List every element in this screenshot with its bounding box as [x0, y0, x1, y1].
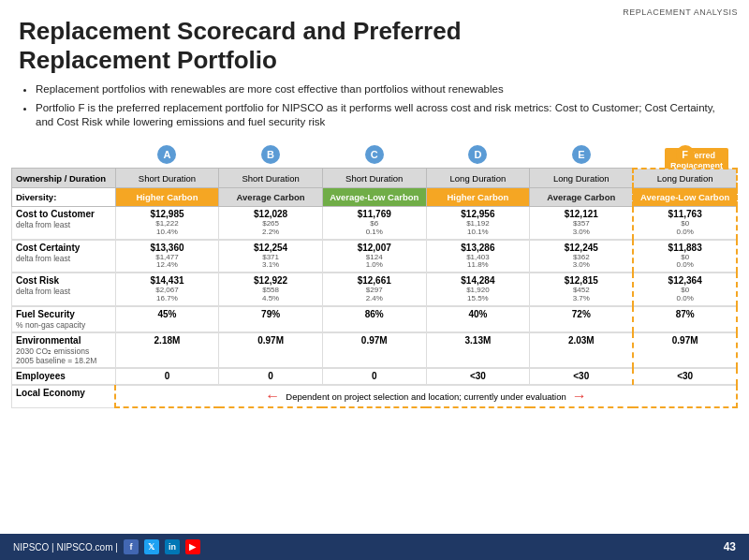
- emp-e: <30: [530, 369, 634, 385]
- emp-f: <30: [633, 369, 737, 385]
- header-section: Replacement Scorecard and Preferred Repl…: [0, 0, 749, 138]
- fs-b: 79%: [219, 306, 323, 332]
- ctc-f: $11,763 $0 0.0%: [633, 206, 737, 239]
- env-d: 3.13M: [426, 332, 530, 367]
- cost-certainty-row: Cost Certainty delta from least $13,360 …: [12, 240, 738, 273]
- cr-f: $12,364 $0 0.0%: [633, 273, 737, 306]
- fs-a: 45%: [115, 306, 219, 332]
- twitter-icon: 𝕏: [144, 539, 159, 554]
- footer-brand: NIPSCO | NIPSCO.com | f 𝕏 in ▶: [13, 539, 200, 554]
- col-f-diversity: Average-Low Carbon: [633, 187, 737, 206]
- brand-text: NIPSCO | NIPSCO.com |: [13, 542, 118, 553]
- ownership-row: Ownership / Duration Short Duration Shor…: [12, 169, 738, 188]
- col-e-ownership: Long Duration: [530, 169, 634, 188]
- cr-a: $14,431 $2,067 16.7%: [115, 273, 219, 306]
- cr-b: $12,922 $558 4.5%: [219, 273, 323, 306]
- cr-c: $12,661 $297 2.4%: [322, 273, 426, 306]
- col-c-ownership: Short Duration: [322, 169, 426, 188]
- employees-label: Employees: [12, 369, 116, 385]
- cr-d: $14,284 $1,920 15.5%: [426, 273, 530, 306]
- cc-a: $13,360 $1,477 12.4%: [115, 240, 219, 273]
- facebook-icon: f: [124, 539, 139, 554]
- linkedin-icon: in: [165, 539, 180, 554]
- local-economy-row: Local Economy ← Dependent on project sel…: [12, 386, 738, 408]
- emp-c: 0: [322, 369, 426, 385]
- circle-c: C: [365, 145, 384, 164]
- employees-row: Employees 0 0 0 <30 <30 <30: [12, 369, 738, 385]
- cost-to-customer-label: Cost to Customer delta from least: [12, 206, 116, 239]
- cc-c: $12,007 $124 1.0%: [322, 240, 426, 273]
- circle-d: D: [468, 145, 487, 164]
- environmental-label: Environmental 2030 CO₂ emissions2005 bas…: [12, 332, 116, 367]
- page-number: 43: [724, 540, 736, 553]
- emp-a: 0: [115, 369, 219, 385]
- circle-e: E: [572, 145, 591, 164]
- col-a-ownership: Short Duration: [115, 169, 219, 188]
- fuel-security-row: Fuel Security % non-gas capacity 45% 79%…: [12, 306, 738, 332]
- cc-d: $13,286 $1,403 11.8%: [426, 240, 530, 273]
- col-e-header: E: [530, 143, 634, 169]
- bullet-1: Replacement portfolios with renewables a…: [36, 82, 730, 97]
- ctc-d: $12,956 $1,192 10.1%: [426, 206, 530, 239]
- emp-b: 0: [219, 369, 323, 385]
- ctc-a: $12,985 $1,222 10.4%: [115, 206, 219, 239]
- env-c: 0.97M: [322, 332, 426, 367]
- ctc-c: $11,769 $6 0.1%: [322, 206, 426, 239]
- env-f: 0.97M: [633, 332, 737, 367]
- col-e-diversity: Average Carbon: [530, 187, 634, 206]
- cr-e: $12,815 $452 3.7%: [530, 273, 634, 306]
- fs-f: 87%: [633, 306, 737, 332]
- replacement-analysis-label: REPLACEMENT ANALYSIS: [623, 7, 738, 17]
- cc-e: $12,245 $362 3.0%: [530, 240, 634, 273]
- cost-risk-row: Cost Risk delta from least $14,431 $2,06…: [12, 273, 738, 306]
- cc-b: $12,254 $371 3.1%: [219, 240, 323, 273]
- cost-certainty-label: Cost Certainty delta from least: [12, 240, 116, 273]
- col-c-header: C: [322, 143, 426, 169]
- local-economy-value: ← Dependent on project selection and loc…: [115, 386, 737, 408]
- cost-risk-label: Cost Risk delta from least: [12, 273, 116, 306]
- fs-d: 40%: [426, 306, 530, 332]
- diversity-label: Diversity:: [12, 187, 116, 206]
- scorecard-table: A B C D E F Ownership / Duration Short D…: [11, 143, 738, 408]
- fs-e: 72%: [530, 306, 634, 332]
- env-e: 2.03M: [530, 332, 634, 367]
- ctc-b: $12,028 $265 2.2%: [219, 206, 323, 239]
- bullet-2: Portfolio F is the preferred replacement…: [36, 101, 730, 130]
- ownership-label: Ownership / Duration: [12, 169, 116, 188]
- footer-bar: NIPSCO | NIPSCO.com | f 𝕏 in ▶ 43: [0, 534, 749, 560]
- ctc-e: $12,121 $357 3.0%: [530, 206, 634, 239]
- col-f-header: F: [633, 143, 737, 169]
- env-a: 2.18M: [115, 332, 219, 367]
- fuel-security-label: Fuel Security % non-gas capacity: [12, 306, 116, 332]
- col-d-ownership: Long Duration: [426, 169, 530, 188]
- scorecard-table-wrapper: A B C D E F Ownership / Duration Short D…: [0, 143, 749, 408]
- circle-a: A: [157, 145, 176, 164]
- col-d-header: D: [426, 143, 530, 169]
- col-a-header: A: [115, 143, 219, 169]
- env-b: 0.97M: [219, 332, 323, 367]
- circle-header-row: A B C D E F: [12, 143, 738, 169]
- youtube-icon: ▶: [185, 539, 200, 554]
- row-label-header: [12, 143, 116, 169]
- col-b-ownership: Short Duration: [219, 169, 323, 188]
- emp-d: <30: [426, 369, 530, 385]
- circle-f: F: [676, 145, 695, 164]
- diversity-row: Diversity: Higher Carbon Average Carbon …: [12, 187, 738, 206]
- col-d-diversity: Higher Carbon: [426, 187, 530, 206]
- environmental-row: Environmental 2030 CO₂ emissions2005 bas…: [12, 332, 738, 367]
- col-f-ownership: Long Duration: [633, 169, 737, 188]
- col-c-diversity: Average-Low Carbon: [322, 187, 426, 206]
- local-economy-label: Local Economy: [12, 386, 116, 408]
- cost-to-customer-row: Cost to Customer delta from least $12,98…: [12, 206, 738, 239]
- col-a-diversity: Higher Carbon: [115, 187, 219, 206]
- fs-c: 86%: [322, 306, 426, 332]
- bullet-list: Replacement portfolios with renewables a…: [19, 82, 730, 130]
- cc-f: $11,883 $0 0.0%: [633, 240, 737, 273]
- col-b-diversity: Average Carbon: [219, 187, 323, 206]
- page-title: Replacement Scorecard and Preferred Repl…: [19, 17, 730, 75]
- circle-b: B: [261, 145, 280, 164]
- col-b-header: B: [219, 143, 323, 169]
